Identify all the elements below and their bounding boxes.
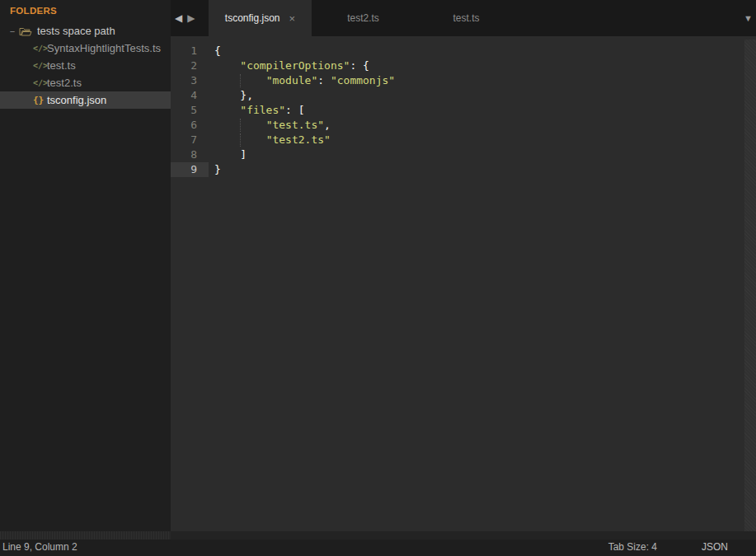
code-text: "test.ts", [209, 118, 331, 133]
code-line[interactable]: 6 "test.ts", [171, 118, 756, 133]
cursor-position: Line 9, Column 2 [2, 541, 77, 553]
close-icon[interactable]: × [289, 13, 296, 24]
indent-guide [240, 133, 241, 147]
code-editor[interactable]: 1 { 2 "compilerOptions": { 3 "module": "… [171, 36, 756, 531]
code-line[interactable]: 5 "files": [ [171, 103, 756, 118]
sidebar-file-item[interactable]: <∕> SyntaxHightlightTests.ts [0, 40, 171, 57]
sidebar-file-item[interactable]: {} tsconfig.json [0, 91, 171, 109]
line-number: 6 [171, 118, 209, 133]
tab-overflow-icon[interactable]: ▼ [744, 0, 753, 36]
folder-label: tests space path [37, 25, 115, 37]
tab-test2.ts[interactable]: test2.ts [312, 0, 415, 36]
line-number: 8 [171, 147, 209, 162]
sidebar-folder-root[interactable]: − tests space path [0, 22, 171, 40]
code-line[interactable]: 3 "module": "commonjs" [171, 73, 756, 88]
indent-guide [240, 74, 241, 87]
editor-hscrollbar[interactable] [171, 531, 756, 540]
tab-bar: ◀ ▶ tsconfig.json × test2.ts test.ts ▼ [171, 0, 756, 36]
line-number: 4 [171, 88, 209, 103]
tab-label: test.ts [453, 12, 479, 24]
indent-guide [240, 119, 241, 132]
ts-file-icon: <∕> [33, 61, 47, 70]
collapse-icon[interactable]: − [7, 26, 18, 36]
code-text: "files": [ [209, 103, 305, 118]
open-folder-icon [19, 26, 32, 36]
code-text: } [209, 162, 221, 177]
status-bar: Line 9, Column 2 Tab Size: 4 JSON [0, 540, 756, 556]
file-label: test2.ts [47, 77, 82, 89]
file-label: tsconfig.json [47, 94, 106, 106]
braces-icon: {} [33, 95, 47, 105]
tab-label: test2.ts [347, 12, 379, 24]
code-text: { [209, 44, 221, 58]
tab-size-indicator[interactable]: Tab Size: 4 [608, 541, 657, 553]
code-text: ] [209, 147, 247, 162]
code-text: "module": "commonjs" [209, 73, 395, 88]
line-number: 2 [171, 58, 209, 73]
tab-tsconfig.json[interactable]: tsconfig.json × [209, 0, 312, 36]
code-line[interactable]: 1 { [171, 44, 756, 58]
tab-test.ts[interactable]: test.ts [415, 0, 518, 36]
file-label: test.ts [47, 59, 76, 72]
line-number: 1 [171, 44, 209, 58]
ts-file-icon: <∕> [33, 78, 47, 87]
code-line[interactable]: 2 "compilerOptions": { [171, 58, 756, 73]
code-text: "test2.ts" [209, 133, 331, 147]
tab-label: tsconfig.json [225, 12, 280, 24]
code-line[interactable]: 4 }, [171, 88, 756, 103]
syntax-indicator[interactable]: JSON [702, 541, 728, 553]
sidebar-file-item[interactable]: <∕> test2.ts [0, 74, 171, 91]
editor-window: FOLDERS − tests space path <∕> SyntaxHig… [0, 0, 756, 556]
code-line[interactable]: 9 } [171, 162, 756, 177]
sidebar-hscrollbar[interactable] [0, 531, 171, 540]
code-line[interactable]: 8 ] [171, 147, 756, 162]
code-text: "compilerOptions": { [209, 58, 369, 73]
editor-vscrollbar[interactable] [744, 40, 756, 531]
tabs: tsconfig.json × test2.ts test.ts [209, 0, 518, 36]
line-number: 9 [171, 162, 209, 177]
tab-nav-arrows: ◀ ▶ [175, 0, 195, 36]
main-area: ◀ ▶ tsconfig.json × test2.ts test.ts ▼ 1… [171, 0, 756, 556]
sidebar-file-item[interactable]: <∕> test.ts [0, 57, 171, 74]
ts-file-icon: <∕> [33, 44, 47, 53]
line-number: 3 [171, 73, 209, 88]
code-text: }, [209, 88, 253, 103]
nav-back-icon[interactable]: ◀ [175, 12, 182, 24]
nav-forward-icon[interactable]: ▶ [187, 12, 195, 24]
line-number: 5 [171, 103, 209, 118]
sidebar: FOLDERS − tests space path <∕> SyntaxHig… [0, 0, 171, 531]
file-label: SyntaxHightlightTests.ts [47, 42, 161, 54]
line-number: 7 [171, 133, 209, 147]
code-line[interactable]: 7 "test2.ts" [171, 133, 756, 147]
folders-header: FOLDERS [10, 6, 57, 16]
